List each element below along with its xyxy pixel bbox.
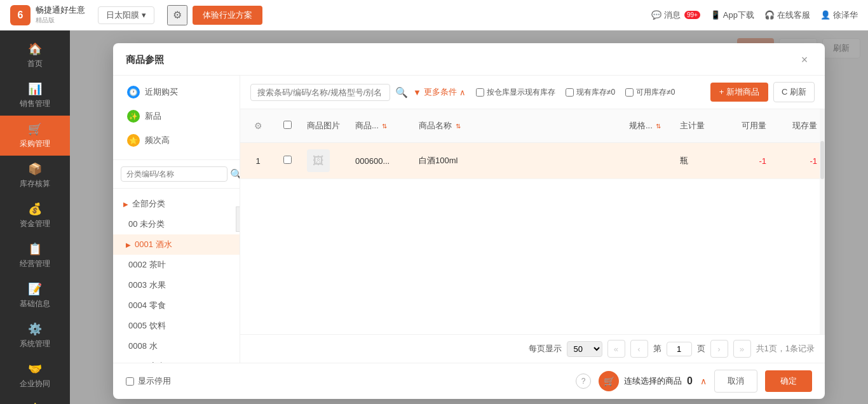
category-search-row: 🔍	[113, 163, 240, 185]
next-page-btn[interactable]: ›	[710, 340, 728, 358]
nav-selector[interactable]: 日太阳膜 ▾	[98, 6, 154, 24]
help-icon[interactable]: ?	[576, 374, 591, 389]
col-code-header[interactable]: 商品... ⇅	[348, 109, 411, 143]
category-tree: ▶ 全部分类 00 未分类 ▶ 0001 酒水 0002 茶	[113, 191, 240, 363]
tree-item-chaye[interactable]: 0002 茶叶	[113, 255, 240, 275]
tree-item-lingshi[interactable]: 0004 零食	[113, 295, 240, 316]
check3-label[interactable]: 可用库存≠0	[625, 87, 675, 98]
message-item[interactable]: 💬 消息 99+	[651, 10, 700, 21]
col-avail-header: 可用量	[723, 109, 774, 143]
check1-label[interactable]: 按仓库显示现有库存	[476, 87, 555, 98]
sidebar-item-inventory[interactable]: 📦 库存核算	[0, 156, 70, 196]
col-settings-header[interactable]: ⚙	[240, 109, 276, 143]
tree-item-uncategorized[interactable]: 00 未分类	[113, 214, 240, 234]
home-icon: 🏠	[28, 42, 42, 56]
last-page-btn[interactable]: »	[733, 340, 751, 358]
refresh-btn[interactable]: C 刷新	[773, 82, 815, 102]
page-label: 第	[653, 343, 661, 354]
tree-item-all[interactable]: ▶ 全部分类	[113, 194, 240, 214]
dialog-title: 商品参照	[126, 54, 164, 66]
sidebar-label-collab: 企业协同	[20, 379, 50, 389]
col-spec-header[interactable]: 规格... ⇅	[621, 109, 672, 143]
cart-count: 0	[687, 375, 693, 387]
prev-page-btn[interactable]: ‹	[630, 340, 648, 358]
sidebar-item-system[interactable]: ⚙️ 系统管理	[0, 316, 70, 356]
online-service-item[interactable]: 🎧 在线客服	[764, 10, 810, 21]
first-page-btn[interactable]: «	[607, 340, 625, 358]
dialog-close-btn[interactable]: ×	[797, 52, 812, 67]
app-download-item[interactable]: 📱 App下载	[710, 10, 754, 21]
sidebar-item-guide[interactable]: 🌟 新手引导	[0, 396, 70, 404]
message-icon: 💬	[651, 10, 661, 20]
col-check-header[interactable]	[276, 109, 299, 143]
sidebar-item-sales[interactable]: 📊 销售管理	[0, 76, 70, 116]
row-checkbox[interactable]	[283, 156, 292, 164]
tree-item-jiushui[interactable]: ▶ 0001 酒水	[113, 234, 240, 255]
add-product-btn[interactable]: + 新增商品	[710, 83, 768, 102]
sidebar-label-management: 经营管理	[20, 259, 50, 269]
toolbar: 🔍 ▼ 更多条件 ∧ 按仓库显示现有库存	[240, 76, 825, 109]
row-check[interactable]	[276, 143, 299, 179]
row-name: 白酒100ml	[411, 143, 621, 179]
check1-text: 按仓库显示现有库存	[487, 87, 555, 98]
quick-item-new[interactable]: ✨ 新品	[121, 106, 232, 126]
pagination-bar: 每页显示 50 100 200 « ‹ 第 页 ›	[240, 334, 825, 363]
sidebar-item-base-info[interactable]: 📝 基础信息	[0, 276, 70, 316]
quick-item-recent[interactable]: 🕐 近期购买	[121, 82, 232, 102]
tree-lingshi-label: 0004 零食	[128, 300, 166, 311]
table-row[interactable]: 1 🖼 000600... 白酒100ml	[240, 143, 825, 179]
sidebar-item-finance[interactable]: 💰 资金管理	[0, 196, 70, 236]
tree-uncategorized-label: 00 未分类	[128, 219, 165, 230]
check3-input[interactable]	[625, 88, 634, 97]
tree-jiushui-arrow-icon: ▶	[126, 241, 131, 248]
filter-btn[interactable]: ▼ 更多条件 ∧	[413, 86, 466, 98]
check1-input[interactable]	[476, 88, 484, 97]
tree-item-jiadian[interactable]: 0010 家电	[113, 356, 240, 363]
tree-item-yinliao[interactable]: 0005 饮料	[113, 316, 240, 336]
sidebar-item-collab[interactable]: 🤝 企业协同	[0, 356, 70, 396]
experience-btn[interactable]: 体验行业方案	[193, 6, 262, 25]
filter-label: 更多条件	[424, 86, 457, 98]
freq-icon: ⭐	[127, 134, 140, 147]
page-input[interactable]	[667, 342, 692, 356]
nav-right: 💬 消息 99+ 📱 App下载 🎧 在线客服 👤 徐泽华	[651, 10, 858, 21]
logo-icon: 6	[10, 5, 31, 25]
tree-chaye-label: 0002 茶叶	[128, 259, 166, 271]
confirm-btn[interactable]: 确定	[765, 370, 812, 392]
check2-input[interactable]	[566, 88, 574, 97]
purchase-icon: 🛒	[28, 122, 42, 136]
table-scrollbar[interactable]	[820, 109, 825, 334]
phone-icon: 📱	[710, 10, 721, 20]
cart-collapse-icon[interactable]: ∧	[700, 376, 707, 386]
user-item[interactable]: 👤 徐泽华	[820, 10, 858, 21]
quick-item-freq[interactable]: ⭐ 频次高	[121, 130, 232, 151]
settings-icon-btn[interactable]: ⚙	[167, 5, 187, 25]
select-all-checkbox[interactable]	[283, 121, 292, 129]
sidebar-item-purchase[interactable]: 🛒 采购管理	[0, 116, 70, 156]
category-search-btn[interactable]: 🔍	[230, 168, 240, 180]
show-disabled-label[interactable]: 显示停用	[126, 375, 171, 387]
cancel-btn[interactable]: 取消	[714, 370, 757, 393]
product-search-input[interactable]	[250, 84, 390, 101]
col-name-header[interactable]: 商品名称 ⇅	[411, 109, 621, 143]
row-stock: -1	[774, 143, 825, 179]
product-search-btn[interactable]: 🔍	[395, 86, 408, 98]
dialog-header: 商品参照 ×	[113, 43, 825, 76]
sidebar-label-finance: 资金管理	[20, 219, 50, 229]
sidebar-item-home[interactable]: 🏠 首页	[0, 36, 70, 76]
cart-icon-btn[interactable]: 🛒	[599, 371, 619, 391]
check2-label[interactable]: 现有库存≠0	[566, 87, 615, 98]
tree-item-shui[interactable]: 0008 水	[113, 336, 240, 356]
finance-icon: 💰	[28, 202, 42, 216]
per-page-select[interactable]: 50 100 200	[567, 341, 602, 357]
dialog-overlay: 商品参照 × 🕐 近期购买 ✨ 新	[70, 30, 868, 404]
panel-collapse-btn[interactable]: ‹	[236, 206, 240, 232]
left-panel-top: 🕐 近期购买 ✨ 新品 ⭐ 频次高	[113, 76, 240, 157]
tree-all-label: 全部分类	[132, 198, 165, 210]
category-search-input[interactable]	[121, 166, 227, 182]
sidebar-item-management[interactable]: 📋 经营管理	[0, 236, 70, 276]
show-disabled-checkbox[interactable]	[126, 377, 134, 386]
inventory-icon: 📦	[28, 162, 42, 176]
tree-item-shuiguo[interactable]: 0003 水果	[113, 275, 240, 295]
col-stock-header: 现存量	[774, 109, 825, 143]
